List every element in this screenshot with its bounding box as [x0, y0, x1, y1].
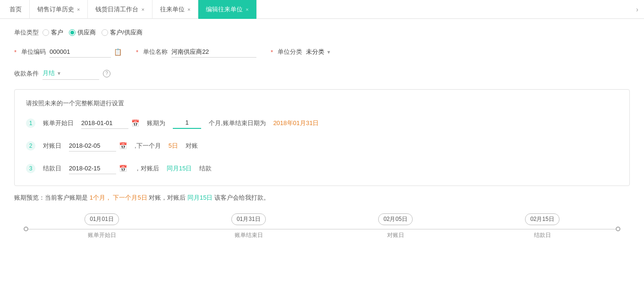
unit-type-row: 单位类型 客户 供应商 客户/供应商 — [14, 28, 630, 37]
preview-prefix: 账期预览：当前客户账期是 — [14, 194, 88, 201]
tab-counterpart[interactable]: 往来单位 × — [153, 0, 198, 19]
unit-name-field: * 单位名称 — [136, 46, 256, 58]
payment-chevron-icon: ▼ — [57, 71, 61, 76]
period-date-3-wrapper: 📅 — [69, 163, 127, 174]
tab-edit-label: 编辑往来单位 — [206, 5, 243, 14]
period-hint-2a: ,下一个月 — [135, 142, 161, 150]
radio-customer-circle — [42, 29, 49, 36]
timeline-node-1: 01月01日 账单开始日 — [28, 211, 175, 239]
payment-terms-select[interactable]: 月结 ▼ — [42, 67, 99, 80]
unit-type-label: 单位类型 — [14, 28, 39, 37]
preview-part2: 下一个月5日 — [113, 194, 147, 201]
unit-category-value: 未分类 — [306, 48, 324, 56]
unit-name-input[interactable] — [171, 46, 256, 58]
tab-cash-label: 钱货日清工作台 — [95, 5, 138, 14]
period-num-2: 2 — [26, 141, 35, 151]
tab-sales-label: 销售订单历史 — [37, 5, 74, 14]
period-unit-label: 个月,账单结束日期为 — [209, 119, 266, 127]
period-box-title: 请按照未来的一个完整帐期进行设置 — [26, 99, 618, 108]
period-date-1-input[interactable] — [81, 118, 128, 129]
close-icon[interactable]: × — [141, 7, 144, 12]
tab-cash-daily[interactable]: 钱货日清工作台 × — [88, 0, 152, 19]
timeline-label-4: 结款日 — [534, 231, 551, 239]
timeline-date-2: 01月31日 — [231, 213, 266, 225]
timeline-label-1: 账单开始日 — [88, 231, 116, 239]
period-date-2-wrapper: 📅 — [69, 140, 127, 152]
tab-expand-icon[interactable]: › — [630, 6, 644, 13]
timeline-date-3: 02月05日 — [378, 213, 413, 225]
timeline-label-2: 账单结束日 — [235, 231, 263, 239]
timeline-label-3: 对账日 — [387, 231, 404, 239]
payment-terms-field: 收款条件 月结 ▼ ? — [14, 67, 110, 80]
calendar-icon-3[interactable]: 📅 — [119, 165, 127, 172]
tab-counterpart-label: 往来单位 — [160, 5, 185, 14]
radio-customer[interactable]: 客户 — [42, 28, 63, 37]
main-content: 单位类型 客户 供应商 客户/供应商 * 单位编码 — [0, 19, 644, 287]
tab-sales-order-history[interactable]: 销售订单历史 × — [30, 0, 88, 19]
preview-section: 账期预览：当前客户账期是 1个月， 下一个月5日 对账，对账后 同月15日 该客… — [14, 194, 630, 202]
tab-home-label: 首页 — [9, 5, 22, 14]
radio-both[interactable]: 客户/供应商 — [102, 28, 143, 37]
unit-code-field: * 单位编码 📋 — [14, 46, 122, 58]
payment-terms-label: 收款条件 — [14, 69, 39, 78]
preview-part1: 1个月， — [90, 194, 111, 201]
period-highlight-2: 5日 — [169, 142, 178, 150]
unit-info-row: * 单位编码 📋 * 单位名称 * 单位分类 未分类 ▼ — [14, 46, 630, 58]
period-hint-3a: ，对账后 — [135, 164, 159, 173]
radio-supplier[interactable]: 供应商 — [69, 28, 96, 37]
period-highlight-3: 同月15日 — [167, 164, 192, 173]
close-icon[interactable]: × — [77, 7, 80, 12]
unit-category-field: * 单位分类 未分类 ▼ — [271, 48, 353, 56]
unit-code-input[interactable] — [50, 46, 111, 58]
preview-part4: 同月15日 — [187, 194, 212, 201]
period-row-1: 1 账单开始日 📅 账期为 个月,账单结束日期为 2018年01月31日 — [26, 117, 618, 129]
tab-home[interactable]: 首页 — [0, 0, 30, 19]
period-date-1-wrapper: 📅 — [81, 118, 139, 129]
period-row-2: 2 对账日 📅 ,下一个月 5日 对账 — [26, 140, 618, 152]
unit-code-icon[interactable]: 📋 — [114, 48, 122, 56]
period-label-1: 账单开始日 — [43, 119, 74, 127]
radio-customer-label: 客户 — [51, 28, 63, 37]
preview-part3: 对账，对账后 — [149, 194, 186, 201]
help-icon[interactable]: ? — [103, 70, 110, 77]
radio-both-circle — [102, 29, 108, 36]
period-num-1: 1 — [26, 118, 35, 128]
timeline-date-1: 01月01日 — [85, 213, 119, 225]
period-date-2-input[interactable] — [69, 140, 116, 152]
period-label-3: 结款日 — [43, 164, 61, 173]
required-star-name: * — [136, 49, 138, 56]
payment-terms-value: 月结 — [42, 69, 55, 77]
period-end-date: 2018年01月31日 — [273, 119, 319, 127]
timeline-end-dot — [616, 211, 620, 231]
unit-category-label: 单位分类 — [278, 48, 302, 56]
preview-part5: 该客户会给我打款。 — [214, 194, 270, 201]
period-months-input[interactable] — [173, 117, 201, 129]
calendar-icon-1[interactable]: 📅 — [131, 119, 139, 127]
period-for-label: 账期为 — [147, 119, 165, 127]
timeline-node-4: 02月15日 结款日 — [469, 211, 616, 239]
timeline-container: 01月01日 账单开始日 01月31日 账单结束日 02月05日 对账日 02月… — [14, 211, 630, 239]
close-icon[interactable]: × — [246, 7, 248, 12]
tabs-bar: 首页 销售订单历史 × 钱货日清工作台 × 往来单位 × 编辑往来单位 × › — [0, 0, 644, 19]
chevron-down-icon: ▼ — [326, 50, 331, 55]
unit-name-label: 单位名称 — [143, 48, 168, 56]
unit-code-label: 单位编码 — [21, 48, 46, 56]
period-date-3-input[interactable] — [69, 163, 116, 174]
timeline-date-4: 02月15日 — [525, 213, 559, 225]
unit-type-radio-group: 客户 供应商 客户/供应商 — [42, 28, 143, 37]
unit-category-select[interactable]: 未分类 ▼ — [306, 48, 353, 56]
period-settings-box: 请按照未来的一个完整帐期进行设置 1 账单开始日 📅 账期为 个月,账单结束日期… — [14, 89, 630, 186]
required-star-cat: * — [271, 49, 273, 56]
payment-terms-row: 收款条件 月结 ▼ ? — [14, 67, 630, 80]
tab-edit-counterpart[interactable]: 编辑往来单位 × — [198, 0, 256, 19]
timeline-start-dot — [24, 211, 28, 231]
close-icon[interactable]: × — [187, 7, 190, 12]
radio-both-label: 客户/供应商 — [110, 28, 143, 37]
unit-type-field: 单位类型 客户 供应商 客户/供应商 — [14, 28, 143, 37]
required-star-code: * — [14, 49, 17, 56]
timeline-node-3: 02月05日 对账日 — [322, 211, 469, 239]
unit-code-input-wrapper: 📋 — [50, 46, 122, 58]
calendar-icon-2[interactable]: 📅 — [119, 142, 127, 150]
radio-supplier-label: 供应商 — [77, 28, 96, 37]
period-row-3: 3 结款日 📅 ，对账后 同月15日 结款 — [26, 163, 618, 174]
